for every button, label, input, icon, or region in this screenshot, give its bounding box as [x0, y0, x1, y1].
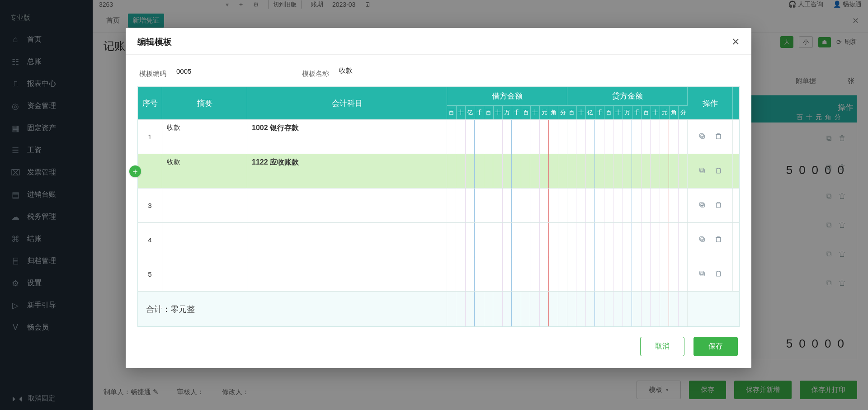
cell-credit[interactable]: [567, 257, 688, 291]
add-row-button[interactable]: ＋: [129, 165, 141, 177]
svg-rect-19: [716, 237, 720, 242]
total-debit-grid: [447, 292, 567, 326]
cell-account[interactable]: 1122 应收账款: [247, 154, 447, 188]
template-code-label: 模板编码: [139, 70, 166, 78]
cell-debit[interactable]: [447, 257, 567, 291]
cell-credit[interactable]: [567, 120, 688, 154]
cell-account[interactable]: [247, 257, 447, 291]
dialog-title: 编辑模板: [137, 36, 172, 48]
row-delete-icon[interactable]: [714, 132, 722, 141]
cell-summary[interactable]: 收款: [162, 120, 247, 154]
cell-seq: ＋: [138, 154, 162, 188]
cell-debit[interactable]: [447, 154, 567, 188]
row-delete-icon[interactable]: [714, 235, 722, 245]
svg-rect-4: [716, 134, 720, 139]
row-copy-icon[interactable]: [698, 235, 706, 245]
th-credit-digits: 百十亿千百十万千百十元角分: [567, 106, 688, 119]
table-row[interactable]: ＋收款1122 应收账款: [138, 154, 739, 188]
cell-credit[interactable]: [567, 223, 688, 257]
row-copy-icon[interactable]: [698, 201, 706, 210]
template-code-input[interactable]: 0005: [175, 66, 266, 78]
total-text: 零元整: [170, 304, 195, 315]
edit-template-dialog: 编辑模板 ✕ 模板编码 0005 模板名称 收款 序号 摘要 会计科目 借方金额…: [126, 28, 751, 368]
total-label: 合计：: [146, 304, 170, 315]
template-table: 序号 摘要 会计科目 借方金额 百十亿千百十万千百十元角分 贷方金额 百十亿千百…: [137, 86, 740, 327]
table-row[interactable]: 1收款1002 银行存款: [138, 119, 739, 154]
svg-rect-24: [716, 272, 720, 276]
th-ops: 操作: [688, 87, 733, 119]
cell-account[interactable]: 1002 银行存款: [247, 120, 447, 154]
cell-seq: 5: [138, 257, 162, 291]
cell-account[interactable]: [247, 223, 447, 257]
th-seq: 序号: [138, 87, 162, 119]
cell-summary[interactable]: [162, 223, 247, 257]
table-row[interactable]: 5: [138, 257, 739, 291]
total-credit-grid: [567, 292, 687, 326]
cell-summary[interactable]: 收款: [162, 154, 247, 188]
cell-seq: 4: [138, 223, 162, 257]
table-row[interactable]: 3: [138, 188, 739, 222]
cell-row-ops: [688, 120, 733, 154]
table-total-row: 合计：零元整: [138, 291, 739, 326]
cell-row-ops: [688, 257, 733, 291]
dialog-close-icon[interactable]: ✕: [731, 36, 740, 48]
th-debit-digits: 百十亿千百十万千百十元角分: [447, 106, 567, 119]
table-rows: 1收款1002 银行存款＋收款1122 应收账款345: [138, 119, 739, 291]
svg-rect-9: [716, 169, 720, 173]
cell-row-ops: [688, 189, 733, 222]
cell-row-ops: [688, 223, 733, 257]
row-copy-icon[interactable]: [698, 132, 706, 141]
cell-seq: 3: [138, 189, 162, 222]
th-summary: 摘要: [162, 87, 247, 119]
dialog-save-button[interactable]: 保存: [693, 337, 738, 356]
row-delete-icon[interactable]: [714, 166, 722, 176]
cell-debit[interactable]: [447, 223, 567, 257]
row-delete-icon[interactable]: [714, 269, 722, 279]
row-delete-icon[interactable]: [714, 201, 722, 210]
th-credit: 贷方金额: [567, 87, 688, 106]
row-copy-icon[interactable]: [698, 166, 706, 176]
svg-rect-14: [716, 203, 720, 207]
cell-seq: 1: [138, 120, 162, 154]
template-name-input[interactable]: 收款: [338, 65, 429, 78]
cancel-button[interactable]: 取消: [640, 337, 684, 356]
row-copy-icon[interactable]: [698, 269, 706, 279]
cell-debit[interactable]: [447, 189, 567, 222]
cell-row-ops: [688, 154, 733, 188]
cell-summary[interactable]: [162, 189, 247, 222]
template-name-label: 模板名称: [302, 70, 329, 78]
cell-summary[interactable]: [162, 257, 247, 291]
cell-credit[interactable]: [567, 154, 688, 188]
th-debit: 借方金额: [447, 87, 567, 106]
cell-credit[interactable]: [567, 189, 688, 222]
th-account: 会计科目: [247, 87, 447, 119]
cell-debit[interactable]: [447, 120, 567, 154]
table-row[interactable]: 4: [138, 222, 739, 257]
cell-account[interactable]: [247, 189, 447, 222]
